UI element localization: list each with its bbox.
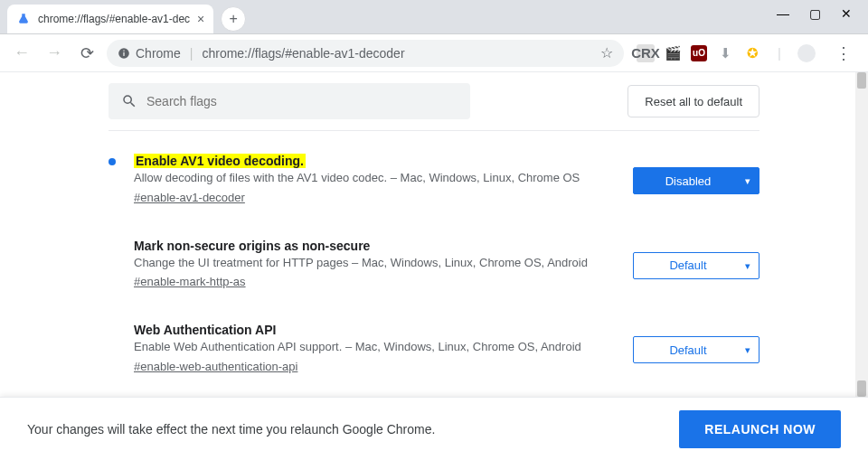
flag-anchor-link[interactable]: #enable-mark-http-as bbox=[134, 275, 246, 288]
flag-anchor-link[interactable]: #enable-av1-decoder bbox=[134, 191, 245, 204]
download-arrow-icon[interactable]: ⬇ bbox=[716, 44, 734, 62]
relaunch-button[interactable]: RELAUNCH NOW bbox=[679, 410, 841, 448]
modified-dot-icon bbox=[108, 158, 116, 165]
flag-row: Mark non-secure origins as non-secureCha… bbox=[108, 221, 760, 306]
omnibox-divider: | bbox=[190, 46, 193, 61]
close-window-button[interactable]: ✕ bbox=[841, 6, 852, 21]
reset-all-button[interactable]: Reset all to default bbox=[627, 85, 760, 117]
search-icon bbox=[121, 93, 137, 109]
window-controls: — ▢ ✕ bbox=[777, 0, 868, 27]
flag-description: Change the UI treatment for HTTP pages –… bbox=[134, 254, 615, 272]
flag-state-select[interactable]: Default bbox=[633, 252, 760, 279]
tab-title: chrome://flags/#enable-av1-dec bbox=[38, 13, 190, 25]
relaunch-message: Your changes will take effect the next t… bbox=[27, 422, 435, 437]
extension-icons: CRX 🎬 uO ⬇ ✪ | bbox=[631, 44, 821, 62]
browser-tab[interactable]: chrome://flags/#enable-av1-dec × bbox=[7, 5, 213, 33]
secure-label: Chrome bbox=[136, 46, 181, 61]
content-area: Reset all to default Enable AV1 video de… bbox=[0, 72, 868, 396]
film-extension-icon[interactable]: 🎬 bbox=[664, 44, 682, 62]
new-tab-button[interactable]: + bbox=[221, 6, 246, 32]
flag-description: Enable Web Authentication API support. –… bbox=[134, 338, 615, 356]
search-input[interactable] bbox=[146, 94, 458, 108]
ublock-extension-icon[interactable]: uO bbox=[691, 45, 707, 61]
scrollbar-thumb-bottom[interactable] bbox=[857, 380, 866, 397]
flag-title: Mark non-secure origins as non-secure bbox=[134, 238, 615, 254]
flask-icon bbox=[16, 12, 31, 26]
flag-anchor-link[interactable]: #enable-web-authentication-api bbox=[134, 360, 297, 373]
flags-header: Reset all to default bbox=[108, 72, 760, 131]
bookmark-star-icon[interactable]: ☆ bbox=[600, 44, 613, 61]
minimize-button[interactable]: — bbox=[777, 6, 789, 21]
close-tab-icon[interactable]: × bbox=[197, 12, 204, 26]
search-flags-box[interactable] bbox=[108, 83, 470, 119]
profile-avatar[interactable] bbox=[797, 44, 816, 62]
flag-row: Web Authentication APIEnable Web Authent… bbox=[108, 305, 760, 390]
svg-rect-2 bbox=[123, 50, 124, 51]
back-button[interactable]: ← bbox=[9, 41, 34, 66]
reload-button[interactable]: ⟳ bbox=[74, 41, 99, 66]
flag-state-select[interactable]: Default bbox=[633, 336, 760, 363]
star-badge-extension-icon[interactable]: ✪ bbox=[743, 44, 761, 62]
flag-title: Enable AV1 video decoding. bbox=[134, 153, 615, 169]
chrome-menu-button[interactable]: ⋮ bbox=[828, 43, 859, 63]
crx-extension-icon[interactable]: CRX bbox=[637, 44, 655, 62]
maximize-button[interactable]: ▢ bbox=[809, 6, 821, 21]
separator: | bbox=[770, 44, 788, 62]
flag-state-select[interactable]: Disabled bbox=[633, 167, 760, 194]
svg-rect-1 bbox=[123, 52, 124, 55]
flag-title: Web Authentication API bbox=[134, 322, 615, 338]
flag-description: Allow decoding of files with the AV1 vid… bbox=[134, 169, 615, 187]
tab-strip: chrome://flags/#enable-av1-dec × + bbox=[0, 0, 868, 34]
site-info-icon[interactable]: Chrome bbox=[118, 46, 181, 61]
omnibox[interactable]: Chrome | chrome://flags/#enable-av1-deco… bbox=[107, 40, 624, 67]
forward-button[interactable]: → bbox=[42, 41, 67, 66]
scrollbar-thumb-top[interactable] bbox=[857, 72, 866, 89]
url-text: chrome://flags/#enable-av1-decoder bbox=[202, 46, 404, 61]
flag-row: Enable AV1 video decoding.Allow decoding… bbox=[108, 136, 760, 221]
relaunch-bar: Your changes will take effect the next t… bbox=[0, 397, 868, 460]
toolbar: ← → ⟳ Chrome | chrome://flags/#enable-av… bbox=[0, 34, 868, 72]
scrollbar[interactable] bbox=[855, 72, 868, 397]
